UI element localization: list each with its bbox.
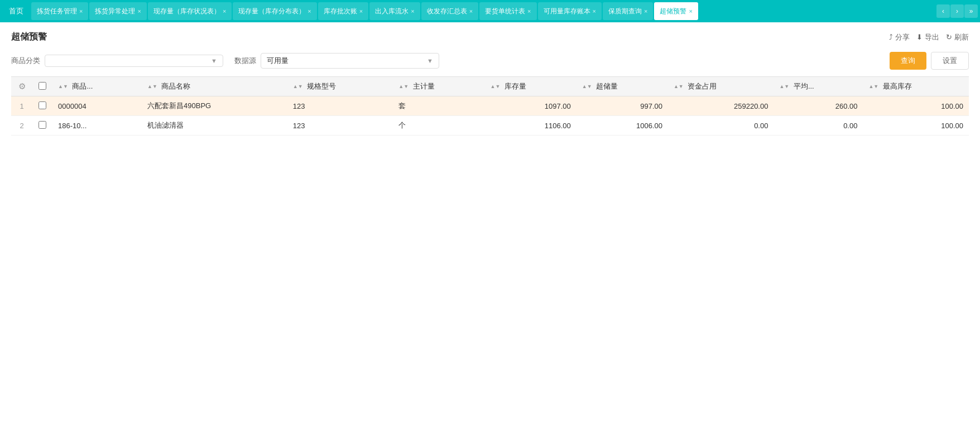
nav-prev-arrow[interactable]: ‹	[936, 4, 950, 18]
row-spec: 123	[287, 96, 393, 116]
datasource-value: 可用量	[267, 56, 422, 66]
close-icon[interactable]: ×	[593, 8, 596, 14]
close-icon[interactable]: ×	[308, 8, 311, 14]
row-name: 机油滤清器	[142, 116, 287, 135]
row-capital: 0.00	[668, 116, 774, 135]
close-icon[interactable]: ×	[137, 8, 141, 14]
nav-more-arrow[interactable]: »	[964, 4, 978, 18]
col-header-avg[interactable]: ▲▼ 平均...	[774, 77, 863, 96]
category-label: 商品分类	[11, 56, 40, 66]
close-icon[interactable]: ×	[644, 8, 647, 14]
row-stock: 1106.00	[485, 116, 577, 135]
chevron-down-icon: ▼	[427, 57, 433, 64]
row-spec: 123	[287, 116, 393, 135]
row-stock: 1097.00	[485, 96, 577, 116]
table-row: 1 0000004 六配套新昌490BPG 123 套 1097.00 997.…	[11, 96, 969, 116]
nav-tab-pick-task[interactable]: 拣货任务管理 ×	[31, 2, 88, 20]
row-index: 1	[11, 96, 32, 116]
filter-actions: 查询 设置	[890, 52, 969, 70]
col-header-name[interactable]: ▲▼ 商品名称	[142, 77, 287, 96]
datasource-label: 数据源	[234, 56, 256, 66]
col-header-unit[interactable]: ▲▼ 主计量	[393, 77, 484, 96]
nav-tab-batch-account[interactable]: 库存批次账 ×	[318, 2, 368, 20]
row-code: 186-10...	[52, 116, 142, 135]
nav-tab-recv-summary[interactable]: 收发存汇总表 ×	[421, 2, 478, 20]
row-capital: 259220.00	[668, 96, 774, 116]
row-checkbox[interactable]	[39, 101, 46, 109]
sort-icon: ▲▼	[491, 84, 501, 89]
row-checkbox-cell[interactable]	[32, 96, 52, 116]
col-header-stock[interactable]: ▲▼ 库存量	[485, 77, 577, 96]
nav-tab-inout-flow[interactable]: 出入库流水 ×	[369, 2, 420, 20]
table-row: 2 186-10... 机油滤清器 123 个 1106.00 1006.00 …	[11, 116, 969, 135]
header-actions: ⤴ 分享 ⬇ 导出 ↻ 刷新	[889, 32, 969, 42]
nav-tab-overstock-warning[interactable]: 超储预警 ×	[654, 2, 698, 20]
share-button[interactable]: ⤴ 分享	[889, 32, 910, 42]
table-header-settings[interactable]: ⚙	[11, 77, 32, 96]
row-avg: 0.00	[774, 116, 863, 135]
sort-icon: ▲▼	[293, 84, 303, 89]
close-icon[interactable]: ×	[469, 8, 473, 14]
share-icon: ⤴	[889, 33, 893, 41]
chevron-down-icon: ▼	[211, 57, 217, 64]
sort-icon: ▲▼	[779, 84, 789, 89]
nav-tab-quality-period[interactable]: 保质期查询 ×	[603, 2, 653, 20]
export-icon: ⬇	[916, 33, 923, 41]
row-name: 六配套新昌490BPG	[142, 96, 287, 116]
filter-row: 商品分类 ▼ 数据源 可用量 ▼ 查询 设置	[11, 52, 969, 70]
close-icon[interactable]: ×	[223, 8, 226, 14]
nav-next-arrow[interactable]: ›	[950, 4, 964, 18]
category-filter-group: 商品分类 ▼	[11, 55, 223, 67]
col-header-max[interactable]: ▲▼ 最高库存	[863, 77, 969, 96]
nav-tab-pick-exception[interactable]: 拣货异常处理 ×	[89, 2, 146, 20]
sort-icon: ▲▼	[398, 84, 409, 89]
table-header-checkbox[interactable]	[32, 77, 52, 96]
close-icon[interactable]: ×	[359, 8, 363, 14]
sort-icon: ▲▼	[58, 84, 68, 89]
page-title: 超储预警	[11, 31, 47, 43]
sort-icon: ▲▼	[674, 84, 684, 89]
close-icon[interactable]: ×	[689, 8, 692, 14]
sort-icon: ▲▼	[582, 84, 592, 89]
datasource-select[interactable]: 可用量 ▼	[261, 53, 439, 69]
top-navigation: 首页 拣货任务管理 × 拣货异常处理 × 现存量（库存状况表） × 现存量（库存…	[0, 0, 980, 22]
datasource-filter-group: 数据源 可用量 ▼	[234, 53, 439, 69]
data-table: ⚙ ▲▼ 商品... ▲▼ 商品名称 ▲▼ 规格型号	[11, 76, 969, 135]
nav-tab-stock-dist[interactable]: 现存量（库存分布表） ×	[233, 2, 316, 20]
data-table-wrapper: ⚙ ▲▼ 商品... ▲▼ 商品名称 ▲▼ 规格型号	[11, 76, 969, 135]
col-header-code[interactable]: ▲▼ 商品...	[52, 77, 142, 96]
refresh-button[interactable]: ↻ 刷新	[946, 32, 969, 42]
refresh-icon: ↻	[946, 33, 952, 41]
row-max: 100.00	[863, 116, 969, 135]
export-button[interactable]: ⬇ 导出	[916, 32, 939, 42]
row-checkbox[interactable]	[39, 121, 46, 129]
nav-tab-available-stock[interactable]: 可用量库存账本 ×	[538, 2, 602, 20]
table-header: ⚙ ▲▼ 商品... ▲▼ 商品名称 ▲▼ 规格型号	[11, 77, 969, 96]
page-header: 超储预警 ⤴ 分享 ⬇ 导出 ↻ 刷新	[11, 31, 969, 43]
row-avg: 260.00	[774, 96, 863, 116]
row-checkbox-cell[interactable]	[32, 116, 52, 135]
close-icon[interactable]: ×	[79, 8, 83, 14]
row-index: 2	[11, 116, 32, 135]
query-button[interactable]: 查询	[890, 52, 926, 70]
col-header-capital[interactable]: ▲▼ 资金占用	[668, 77, 774, 96]
col-header-over[interactable]: ▲▼ 超储量	[577, 77, 668, 96]
nav-tab-order-stats[interactable]: 要货单统计表 ×	[479, 2, 536, 20]
col-header-spec[interactable]: ▲▼ 规格型号	[287, 77, 393, 96]
gear-icon[interactable]: ⚙	[17, 81, 27, 91]
select-all-checkbox[interactable]	[39, 82, 46, 90]
sort-icon: ▲▼	[147, 84, 157, 89]
row-unit: 个	[393, 116, 484, 135]
table-body: 1 0000004 六配套新昌490BPG 123 套 1097.00 997.…	[11, 96, 969, 135]
row-over: 997.00	[577, 96, 668, 116]
settings-button[interactable]: 设置	[931, 52, 969, 70]
close-icon[interactable]: ×	[411, 8, 414, 14]
nav-tab-stock-status[interactable]: 现存量（库存状况表） ×	[148, 2, 232, 20]
nav-arrows: ‹ › »	[936, 4, 978, 18]
sort-icon: ▲▼	[868, 84, 878, 89]
close-icon[interactable]: ×	[527, 8, 531, 14]
row-code: 0000004	[52, 96, 142, 116]
category-select[interactable]: ▼	[45, 55, 223, 67]
row-max: 100.00	[863, 96, 969, 116]
nav-home[interactable]: 首页	[2, 2, 30, 20]
